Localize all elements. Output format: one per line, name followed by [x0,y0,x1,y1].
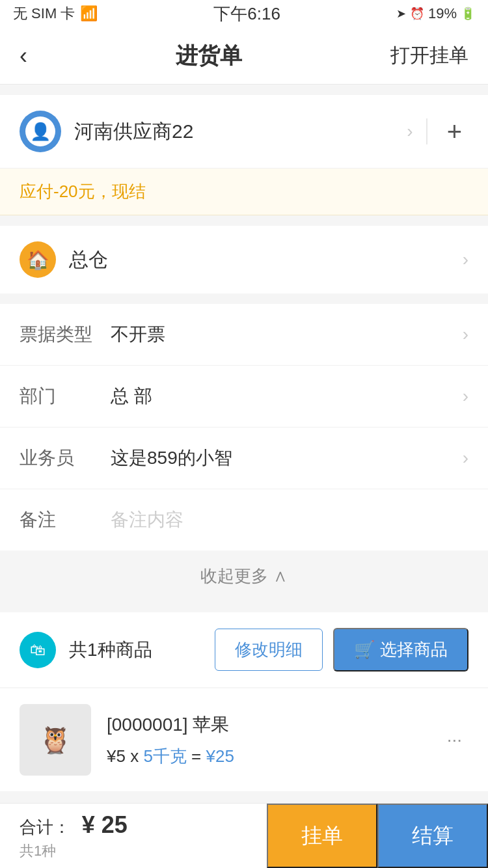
invoice-row[interactable]: 票据类型 不开票 › [0,304,488,366]
carrier-label: 无 SIM 卡 [13,4,75,23]
warehouse-row[interactable]: 🏠 总仓 › [0,226,488,293]
product-placeholder-icon: 🦉 [39,725,72,755]
warehouse-icon: 🏠 [20,241,56,278]
collapse-row[interactable]: 收起更多 ∧ [0,550,488,602]
bottom-bar: 合计： ¥ 25 共1种 挂单 结算 [0,803,488,868]
unit-price: ¥5 [107,746,126,766]
total-sub: 共1种 [20,841,247,861]
product-header: 🛍 共1种商品 修改明细 🛒 选择商品 [0,612,488,687]
page-title: 进货单 [176,41,242,71]
product-icon: 🛍 [20,632,56,668]
invoice-label: 票据类型 [20,322,98,347]
status-right: ➤ ⏰ 19% 🔋 [396,5,475,22]
checkout-button[interactable]: 结算 [377,804,488,868]
total-section: 合计： ¥ 25 共1种 [0,811,267,861]
product-code: [0000001] [107,714,188,735]
dept-label: 部门 [20,384,98,409]
warehouse-name: 总仓 [69,247,463,273]
back-button[interactable]: ‹ [20,42,27,70]
chevron-right-icon: › [407,121,413,142]
product-price: ¥5 x 5千克 = ¥25 [107,745,441,768]
more-options-button[interactable]: ··· [441,729,468,750]
supplier-row[interactable]: 👤 河南供应商22 › + [0,95,488,169]
battery-icon: 🔋 [461,7,475,21]
home-icon: 🏠 [27,249,49,271]
warehouse-section: 🏠 总仓 › [0,226,488,293]
product-total: ¥25 [206,746,234,766]
wifi-icon: 📶 [80,5,98,22]
divider-2 [0,215,488,226]
product-name: [0000001] 苹果 [107,712,441,737]
select-product-button[interactable]: 🛒 选择商品 [333,628,468,671]
supplier-avatar: 👤 [20,111,61,152]
chevron-right-icon-5: › [463,448,468,468]
supplier-divider [426,118,427,144]
edit-detail-button[interactable]: 修改明细 [215,629,323,671]
product-qty: 5千克 [143,746,186,766]
supplier-name: 河南供应商22 [74,118,407,145]
chevron-right-icon-4: › [463,386,468,407]
add-supplier-button[interactable]: + [441,117,468,146]
total-amount: ¥ 25 [82,811,128,838]
battery-label: 19% [428,5,457,22]
shopping-icon: 🛍 [30,641,46,659]
sales-label: 业务员 [20,446,98,470]
dept-row[interactable]: 部门 总 部 › [0,366,488,427]
chevron-right-icon-3: › [463,324,468,345]
select-icon: 🛒 [354,640,375,660]
product-item: 🦉 [0000001] 苹果 ¥5 x 5千克 = ¥25 ··· [0,688,488,791]
equals-sign: = [191,746,206,766]
status-time: 下午6:16 [213,3,280,25]
invoice-value: 不开票 [98,322,463,347]
warning-banner: 应付-20元，现结 [0,169,488,215]
product-info: [0000001] 苹果 ¥5 x 5千克 = ¥25 [107,712,441,768]
form-section: 票据类型 不开票 › 部门 总 部 › 业务员 这是859的小智 › 备注 备注… [0,304,488,550]
product-thumbnail: 🦉 [20,704,91,776]
divider-1 [0,85,488,95]
open-pending-button[interactable]: 打开挂单 [390,42,468,69]
supplier-section: 👤 河南供应商22 › + 应付-20元，现结 [0,95,488,215]
product-count: 共1种商品 [69,638,215,662]
person-icon: 👤 [30,122,51,142]
sales-value: 这是859的小智 [98,446,463,470]
multiply-sign: x [130,746,143,766]
status-bar: 无 SIM 卡 📶 下午6:16 ➤ ⏰ 19% 🔋 [0,0,488,27]
select-product-label: 选择商品 [380,638,448,661]
remark-row[interactable]: 备注 备注内容 [0,489,488,550]
status-left: 无 SIM 卡 📶 [13,4,98,23]
product-title: 苹果 [193,714,229,735]
suspend-button[interactable]: 挂单 [267,804,377,868]
remark-input[interactable]: 备注内容 [98,508,468,532]
sales-row[interactable]: 业务员 这是859的小智 › [0,427,488,489]
chevron-right-icon-2: › [463,249,468,270]
remark-label: 备注 [20,508,98,532]
total-label: 合计： [20,817,70,837]
location-icon: ➤ [396,7,406,21]
alarm-icon: ⏰ [410,7,424,21]
dept-value: 总 部 [98,384,463,409]
nav-bar: ‹ 进货单 打开挂单 [0,27,488,85]
